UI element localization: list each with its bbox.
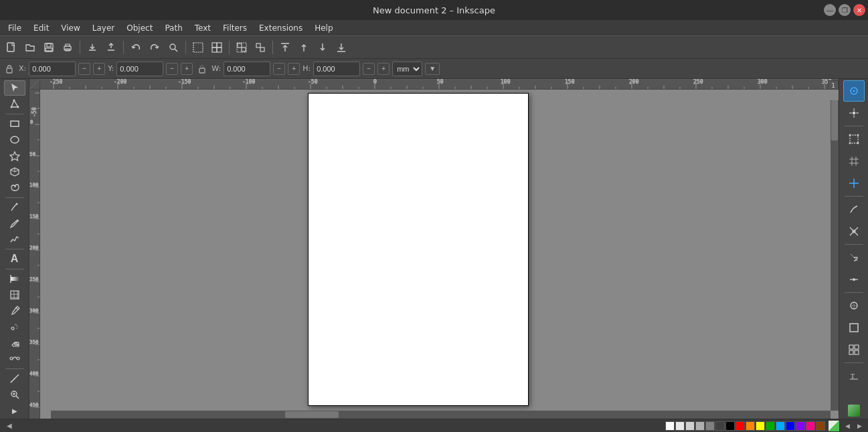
- undo-button[interactable]: [127, 39, 145, 56]
- print-button[interactable]: [59, 39, 76, 56]
- w-minus-btn[interactable]: −: [273, 63, 285, 75]
- snap-path-btn[interactable]: [843, 199, 865, 220]
- tool-gradient[interactable]: [4, 271, 25, 286]
- h-plus-btn[interactable]: +: [377, 63, 389, 75]
- tool-star[interactable]: [4, 148, 25, 163]
- color-swatch-pink[interactable]: [806, 421, 815, 431]
- menu-text[interactable]: Text: [189, 22, 216, 34]
- color-swatch-brown[interactable]: [816, 421, 825, 431]
- tool-pen[interactable]: [4, 215, 25, 231]
- menu-file[interactable]: File: [3, 22, 27, 34]
- raise-button[interactable]: [295, 39, 313, 56]
- color-swatch-purple[interactable]: [796, 421, 805, 431]
- tool-text[interactable]: A: [4, 251, 25, 267]
- color-swatch-cyan[interactable]: [776, 421, 785, 431]
- lower-bottom-button[interactable]: [333, 39, 350, 56]
- tool-spiral[interactable]: [4, 180, 25, 195]
- save-button[interactable]: [40, 39, 58, 56]
- y-input[interactable]: [116, 62, 163, 76]
- maximize-button[interactable]: ❐: [839, 4, 851, 16]
- color-swatch-1[interactable]: [675, 421, 685, 431]
- tool-connector[interactable]: [4, 351, 25, 366]
- import-button[interactable]: [84, 39, 101, 56]
- color-swatch-3[interactable]: [695, 421, 705, 431]
- snap-text-btn[interactable]: T: [843, 365, 865, 387]
- y-plus-btn[interactable]: +: [181, 63, 193, 75]
- color-swatch-2[interactable]: [685, 421, 695, 431]
- snap-nodes-btn[interactable]: [843, 102, 865, 124]
- menu-view[interactable]: View: [56, 22, 85, 34]
- tool-spray[interactable]: [4, 319, 25, 334]
- color-swatch-white[interactable]: [665, 421, 675, 431]
- ungroup-button[interactable]: [252, 39, 269, 56]
- raise-top-button[interactable]: [276, 39, 294, 56]
- y-minus-btn[interactable]: −: [166, 63, 178, 75]
- w-input[interactable]: [224, 62, 270, 76]
- tool-rect[interactable]: [4, 116, 25, 131]
- tool-pencil[interactable]: [4, 200, 25, 215]
- tool-calligraphy[interactable]: [4, 231, 25, 247]
- palette-right-btn[interactable]: ▶: [855, 421, 864, 431]
- tool-measure[interactable]: [4, 370, 25, 386]
- aspect-lock-icon[interactable]: [195, 62, 209, 76]
- tool-mesh[interactable]: [4, 287, 25, 302]
- tool-dropper[interactable]: [4, 303, 25, 318]
- x-minus-btn[interactable]: −: [78, 63, 90, 75]
- snap-guide-btn[interactable]: [843, 173, 865, 194]
- scrollbar-bottom[interactable]: [51, 411, 831, 419]
- menu-edit[interactable]: Edit: [28, 22, 54, 34]
- zoom-button[interactable]: [165, 39, 182, 56]
- h-minus-btn[interactable]: −: [363, 63, 375, 75]
- x-plus-btn[interactable]: +: [93, 63, 105, 75]
- snap-group-btn[interactable]: [843, 339, 865, 360]
- color-swatch-black[interactable]: [725, 421, 735, 431]
- canvas-wrapper[interactable]: -250 -200 -150 -100 -50 0 50 100: [29, 79, 839, 419]
- snap-page-btn[interactable]: [843, 317, 865, 338]
- group-button[interactable]: [233, 39, 250, 56]
- w-plus-btn[interactable]: +: [288, 63, 300, 75]
- lock-icon[interactable]: [3, 62, 16, 76]
- color-swatch-4[interactable]: [705, 421, 715, 431]
- color-indicator[interactable]: [828, 420, 840, 432]
- snap-angle-btn[interactable]: [843, 247, 865, 268]
- scrollbar-right[interactable]: [831, 100, 839, 411]
- lower-button[interactable]: [314, 39, 331, 56]
- select-all-button[interactable]: [189, 39, 207, 56]
- tool-node[interactable]: [4, 96, 25, 112]
- close-button[interactable]: ✕: [853, 4, 865, 16]
- menu-object[interactable]: Object: [121, 22, 158, 34]
- canvas-viewport[interactable]: [40, 90, 839, 419]
- palette-left-btn[interactable]: ◀: [843, 421, 852, 431]
- color-swatch-green[interactable]: [766, 421, 775, 431]
- snap-midpoint-btn[interactable]: [843, 269, 865, 290]
- snap-intersection-btn[interactable]: [843, 221, 865, 242]
- export-button[interactable]: [102, 39, 120, 56]
- select-same-button[interactable]: [208, 39, 226, 56]
- redo-button[interactable]: [146, 39, 163, 56]
- tool-eraser[interactable]: [4, 335, 25, 350]
- scrollbar-bottom-thumb[interactable]: [285, 411, 339, 418]
- snap-center-btn[interactable]: [843, 295, 865, 316]
- menu-path[interactable]: Path: [159, 22, 187, 34]
- color-swatch-orange[interactable]: [746, 421, 755, 431]
- snap-enable-btn[interactable]: [843, 80, 865, 102]
- color-swatch-blue[interactable]: [786, 421, 795, 431]
- unit-dropdown-btn[interactable]: ▼: [425, 63, 440, 75]
- color-swatch-yellow[interactable]: [756, 421, 765, 431]
- menu-help[interactable]: Help: [309, 22, 338, 34]
- unit-select[interactable]: mm px in cm pt: [392, 62, 422, 76]
- tool-3dbox[interactable]: [4, 164, 25, 179]
- x-input[interactable]: [29, 62, 76, 76]
- tool-expand[interactable]: ▶: [4, 403, 25, 419]
- minimize-button[interactable]: —: [824, 4, 836, 16]
- color-swatch-red[interactable]: [735, 421, 745, 431]
- tool-zoom[interactable]: [4, 387, 25, 402]
- tool-select[interactable]: [4, 80, 25, 96]
- tool-ellipse[interactable]: [4, 132, 25, 147]
- menu-filters[interactable]: Filters: [218, 22, 252, 34]
- open-button[interactable]: [21, 39, 39, 56]
- color-swatch-5[interactable]: [715, 421, 725, 431]
- snap-to-grid-btn[interactable]: [843, 150, 865, 172]
- status-expand-btn[interactable]: ◀: [4, 421, 15, 431]
- menu-layer[interactable]: Layer: [87, 22, 120, 34]
